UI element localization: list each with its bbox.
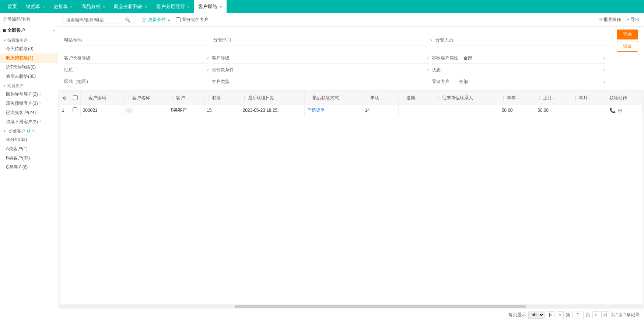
- nature-dropdown-icon[interactable]: ∨: [206, 68, 209, 72]
- row-action: 📞 ⊞: [607, 104, 642, 116]
- price-level-dropdown-icon[interactable]: ∨: [206, 56, 209, 60]
- filter-row-1: 电话号码 分管部门 ∨ 分管人员 ··· 查询 设置: [64, 30, 638, 52]
- toolbar-right: ☑ 批量操作 ↗ 导出: [599, 17, 640, 23]
- sidebar-item-tomorrow-pending[interactable]: 明天待联络(1): [0, 54, 58, 63]
- chevron-up-icon: ▲: [167, 18, 171, 22]
- query-button[interactable]: 查询: [617, 30, 638, 39]
- filter-dept: 分管部门 ∨: [213, 36, 433, 45]
- last-page-button[interactable]: >|: [601, 311, 609, 318]
- close-product-analysis-list-icon[interactable]: ×: [145, 4, 147, 9]
- my-customers-checkbox-label[interactable]: 我分管的客户: [176, 17, 209, 23]
- row-type: B类客户: [168, 104, 204, 116]
- batch-op-button[interactable]: ☑ 批量操作: [599, 17, 621, 23]
- close-sales-order-icon[interactable]: ×: [42, 4, 45, 9]
- pending-customers-group: 待联络客户: [0, 36, 58, 44]
- toolbar-search-icon[interactable]: 🔍: [125, 17, 130, 23]
- search-input[interactable]: [66, 17, 125, 23]
- help-icon-declining[interactable]: ?: [39, 120, 42, 124]
- sidebar-search-input[interactable]: [3, 17, 58, 22]
- page-number-input[interactable]: [573, 311, 584, 318]
- row-last-contact-method[interactable]: 下销货单: [305, 104, 363, 116]
- close-product-analysis-icon[interactable]: ×: [103, 4, 105, 9]
- top-navigation: 首页 销货单 × 进货单 × 商品分析 × 商品分析列表 × 客户分层经营 × …: [0, 0, 644, 13]
- settings-icon[interactable]: ⚙: [63, 96, 67, 101]
- payment-dropdown-icon[interactable]: ∨: [426, 68, 429, 72]
- filter-price-level: 客户价格等级 ∨: [64, 54, 209, 63]
- close-customer-stratification-icon[interactable]: ×: [187, 4, 189, 9]
- sidebar-item-c-class[interactable]: C类客户(6): [0, 163, 58, 172]
- horizontal-scrollbar[interactable]: [60, 305, 643, 308]
- filter-person: 分管人员 ···: [435, 36, 611, 45]
- select-all-checkbox[interactable]: [73, 95, 78, 100]
- sidebar-item-a-class[interactable]: A类客户(1): [0, 144, 58, 153]
- nav-sales-order[interactable]: 销货单 ×: [21, 0, 49, 13]
- col-checkbox[interactable]: [70, 92, 80, 104]
- col-settings[interactable]: ⚙: [60, 92, 70, 104]
- col-last-contact-method: ⋮最后联络方式: [305, 92, 363, 104]
- filter-row-2: 客户价格等级 ∨ 客户等级 ∨ 零散客户属性 全部 ∨: [64, 54, 638, 63]
- help-icon-churned[interactable]: ?: [37, 111, 39, 115]
- row-select-checkbox[interactable]: [73, 107, 77, 112]
- nav-purchase-order[interactable]: 进货单 ×: [49, 0, 77, 13]
- main-layout: 🔍 ⊞ 全部客户 « 待联络客户 今天待联络(0) 明天待联络(1) 近7天待联…: [0, 13, 644, 321]
- col-code: ⋮客户编码: [80, 92, 124, 104]
- filter-status: 状态 ∨: [432, 66, 606, 75]
- col-this-year: ⋮本年...: [499, 92, 535, 104]
- set-button[interactable]: 设置: [617, 41, 638, 52]
- next-page-button[interactable]: >: [592, 311, 599, 318]
- sidebar-item-churn-warning[interactable]: 流失预警客户(3) ?: [0, 99, 58, 108]
- status-dropdown-icon[interactable]: ∨: [603, 68, 606, 72]
- help-icon-churn-warning[interactable]: ?: [39, 101, 42, 106]
- search-container: 🔍: [63, 16, 136, 24]
- table-row: 1 000021 Ea B类客户 15 2023-05-23 18:25: 下销…: [60, 104, 643, 116]
- grid-icon: ⊞: [3, 28, 6, 32]
- filter-row-3: 性质 ∨ 收付款条件 ∨ 状态 ∨: [64, 66, 638, 75]
- retail-attr-dropdown-icon[interactable]: ∨: [603, 56, 606, 60]
- row-overdue: [398, 104, 434, 116]
- retail-customer-dropdown-icon[interactable]: ∨: [603, 80, 606, 84]
- refresh-value-icon[interactable]: ↺: [27, 128, 31, 134]
- all-customers-header[interactable]: ⊞ 全部客户 «: [0, 25, 58, 36]
- nav-customer-stratification[interactable]: 客户分层经营 ×: [152, 0, 194, 13]
- prev-page-button[interactable]: <: [557, 311, 563, 318]
- nav-customer-contact[interactable]: 客户联络 ×: [194, 0, 226, 13]
- first-page-button[interactable]: |<: [547, 311, 554, 318]
- col-last-month: ⋮上月...: [535, 92, 571, 104]
- sidebar-item-b-class[interactable]: B类客户(33): [0, 153, 58, 163]
- phone-action-icon[interactable]: 📞: [609, 107, 616, 113]
- sidebar-item-today-pending[interactable]: 今天待联络(0): [0, 44, 58, 54]
- my-customers-checkbox[interactable]: [176, 17, 181, 22]
- sidebar-item-declining[interactable]: 持续下滑客户(2) ?: [0, 117, 58, 127]
- sidebar-item-ungrouped[interactable]: 未分组(32): [0, 135, 58, 144]
- sidebar-search-container: 🔍: [0, 13, 58, 25]
- dept-dropdown-icon[interactable]: ∨: [430, 38, 433, 42]
- scrollbar-thumb[interactable]: [235, 305, 526, 308]
- grid-action-icon[interactable]: ⊞: [618, 107, 622, 113]
- person-dots-icon[interactable]: ···: [607, 37, 611, 42]
- sidebar-item-repurchase-anomaly[interactable]: 回购异常客户(2) ?: [0, 90, 58, 99]
- nav-product-analysis[interactable]: 商品分析 ×: [77, 0, 109, 13]
- edit-value-icon[interactable]: ✎: [32, 129, 35, 134]
- nav-product-analysis-list[interactable]: 商品分析列表 ×: [109, 0, 151, 13]
- col-type: ⋮客户...: [168, 92, 204, 104]
- per-page-select[interactable]: 50: [528, 311, 545, 319]
- problem-customers-group: 问题客户: [0, 81, 58, 90]
- more-filters-button[interactable]: 更多条件 ▲: [139, 15, 173, 24]
- sidebar-item-7days-pending[interactable]: 近7天待联络(0): [0, 63, 58, 72]
- region-dots-icon[interactable]: ···: [205, 79, 209, 84]
- collapse-icon[interactable]: «: [53, 28, 55, 32]
- filter-panel: 电话号码 分管部门 ∨ 分管人员 ··· 查询 设置 客户价格等级: [58, 27, 644, 90]
- close-customer-contact-icon[interactable]: ×: [220, 4, 222, 9]
- export-button[interactable]: ↗ 导出: [626, 17, 640, 23]
- customer-level-dropdown-icon[interactable]: ∨: [426, 56, 429, 60]
- sidebar-item-overdue-pending[interactable]: 逾期未联络(30): [0, 72, 58, 81]
- row-not-contacted: 14: [363, 104, 399, 116]
- col-contact-count: ⋮联络...: [204, 92, 240, 104]
- sidebar-item-churned[interactable]: 已流失客户(24) ?: [0, 108, 58, 117]
- close-purchase-order-icon[interactable]: ×: [70, 4, 72, 9]
- help-icon-repurchase[interactable]: ?: [39, 92, 42, 96]
- row-contact-count: 15: [204, 104, 240, 116]
- nav-home[interactable]: 首页: [3, 0, 21, 13]
- filter-nature: 性质 ∨: [64, 66, 209, 75]
- row-checkbox[interactable]: [70, 104, 80, 116]
